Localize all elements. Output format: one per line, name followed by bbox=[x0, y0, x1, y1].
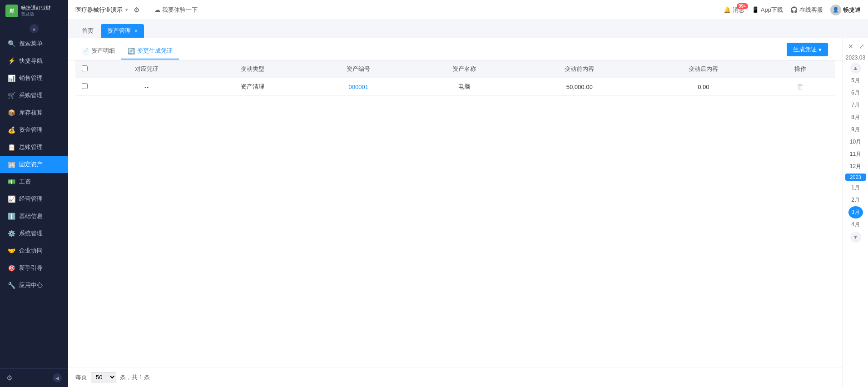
guide-icon: 🎯 bbox=[7, 264, 15, 272]
sidebar: 财 畅捷通好业财 普及版 ▲ 🔍 搜索菜单 ⚡ 快捷导航 📊 销售管理 🛒 采购… bbox=[0, 0, 68, 387]
right-panel: ✕ ⤢ 2023.03 ▲ 5月6月7月8月9月10月11月12月20231月2… bbox=[843, 38, 868, 387]
per-page-label: 每页 bbox=[75, 373, 87, 382]
month-item[interactable]: 11月 bbox=[845, 148, 866, 160]
delete-icon[interactable]: 🗑 bbox=[797, 83, 804, 90]
sidebar-item-operations[interactable]: 📈 经营管理 bbox=[0, 190, 68, 208]
logo-text: 畅捷通好业财 bbox=[21, 5, 51, 11]
select-all-cell bbox=[75, 60, 94, 78]
sidebar-item-purchase[interactable]: 🛒 采购管理 bbox=[0, 87, 68, 104]
collab-icon: 🤝 bbox=[7, 247, 15, 254]
sidebar-item-apps[interactable]: 🔧 应用中心 bbox=[0, 277, 68, 294]
month-item[interactable]: 4月 bbox=[845, 218, 866, 231]
apps-icon: 🔧 bbox=[7, 282, 15, 289]
company-selector[interactable]: 医疗器械行业演示 ▾ bbox=[75, 6, 128, 14]
sidebar-item-system[interactable]: ⚙️ 系统管理 bbox=[0, 225, 68, 242]
inventory-icon: 📦 bbox=[7, 109, 15, 116]
topbar-settings-icon[interactable]: ⚙ bbox=[134, 6, 139, 14]
quicknav-icon: ⚡ bbox=[7, 57, 15, 64]
month-item[interactable]: 8月 bbox=[845, 111, 866, 124]
topbar-right: 🔔 消息 99+ 📱 App下载 🎧 在线客服 👤 畅捷通 bbox=[724, 5, 861, 15]
col-before: 变动前内容 bbox=[517, 60, 641, 78]
company-dropdown-icon: ▾ bbox=[125, 7, 128, 13]
row-before: 50,000.00 bbox=[517, 78, 641, 96]
right-panel-header: ✕ ⤢ bbox=[843, 40, 868, 53]
month-item[interactable]: 6月 bbox=[845, 87, 866, 99]
row-asset-no: 000001 bbox=[306, 78, 412, 96]
panel-scroll-up[interactable]: ▲ bbox=[850, 63, 861, 74]
sales-icon: 📊 bbox=[7, 74, 15, 82]
month-item[interactable]: 9月 bbox=[845, 124, 866, 136]
detail-icon: 📄 bbox=[82, 48, 89, 55]
sidebar-item-search[interactable]: 🔍 搜索菜单 bbox=[0, 35, 68, 52]
logo-sub: 普及版 bbox=[21, 11, 51, 17]
col-asset-no: 资产编号 bbox=[306, 60, 412, 78]
settings-icon[interactable]: ⚙ bbox=[6, 374, 12, 382]
search-icon: 🔍 bbox=[7, 40, 15, 47]
table-header-row: 对应凭证 变动类型 资产编号 资产名称 变动前内容 变动后内容 操作 bbox=[75, 60, 835, 78]
sidebar-item-inventory[interactable]: 📦 库存核算 bbox=[0, 104, 68, 121]
month-item[interactable]: 2月 bbox=[845, 194, 866, 206]
tab-home[interactable]: 首页 bbox=[75, 24, 100, 38]
per-page-select[interactable]: 102050100 bbox=[91, 372, 116, 382]
table-row: -- 资产清理 000001 电脑 50,000.00 0.00 🗑 bbox=[75, 78, 835, 96]
user-menu[interactable]: 👤 畅捷通 bbox=[830, 5, 861, 15]
app-download-btn[interactable]: 📱 App下载 bbox=[752, 6, 783, 14]
total-label: 条，共 1 条 bbox=[120, 373, 150, 382]
logo-icon: 财 bbox=[5, 5, 18, 17]
month-item[interactable]: 3月 bbox=[848, 206, 863, 218]
content-main: 📄 资产明细 🔄 变更生成凭证 生成凭证 ▾ bbox=[68, 38, 843, 387]
sub-tab-generate-voucher[interactable]: 🔄 变更生成凭证 bbox=[121, 43, 179, 60]
month-item[interactable]: 7月 bbox=[845, 99, 866, 111]
headset-icon: 🎧 bbox=[790, 6, 798, 13]
sidebar-item-basics[interactable]: ℹ️ 基础信息 bbox=[0, 208, 68, 225]
row-checkbox-cell bbox=[75, 78, 94, 96]
row-after: 0.00 bbox=[641, 78, 765, 96]
generate-voucher-button[interactable]: 生成凭证 ▾ bbox=[787, 43, 828, 56]
experience-btn[interactable]: ☁ 我要体验一下 bbox=[154, 6, 198, 14]
sidebar-collapse-btn[interactable]: ◀ bbox=[53, 373, 62, 382]
basics-icon: ℹ️ bbox=[7, 213, 15, 220]
system-icon: ⚙️ bbox=[7, 230, 15, 237]
sub-tab-asset-detail[interactable]: 📄 资产明细 bbox=[75, 43, 121, 60]
month-item[interactable]: 5月 bbox=[845, 74, 866, 87]
month-item[interactable]: 1月 bbox=[845, 182, 866, 194]
sidebar-item-ledger[interactable]: 📋 总账管理 bbox=[0, 139, 68, 156]
sidebar-logo: 财 畅捷通好业财 普及版 bbox=[0, 0, 68, 22]
sidebar-item-collab[interactable]: 🤝 企业协同 bbox=[0, 242, 68, 259]
sidebar-scroll-up[interactable]: ▲ bbox=[30, 24, 39, 33]
row-asset-name: 电脑 bbox=[412, 78, 517, 96]
close-panel-icon[interactable]: ✕ bbox=[846, 42, 855, 51]
nav-tabs: 首页 资产管理 × bbox=[68, 20, 868, 38]
sidebar-item-funds[interactable]: 💰 资金管理 bbox=[0, 121, 68, 139]
sidebar-item-guide[interactable]: 🎯 新手引导 bbox=[0, 259, 68, 277]
year-label: 2023.03 bbox=[846, 55, 865, 61]
change-icon: 🔄 bbox=[128, 48, 135, 55]
customer-service-btn[interactable]: 🎧 在线客服 bbox=[790, 6, 823, 14]
select-all-checkbox[interactable] bbox=[82, 65, 88, 71]
col-asset-name: 资产名称 bbox=[412, 60, 517, 78]
funds-icon: 💰 bbox=[7, 126, 15, 134]
purchase-icon: 🛒 bbox=[7, 92, 15, 99]
sidebar-item-quicknav[interactable]: ⚡ 快捷导航 bbox=[0, 52, 68, 69]
tab-assets[interactable]: 资产管理 × bbox=[101, 24, 144, 38]
sidebar-footer: ⚙ ◀ bbox=[0, 368, 68, 387]
sidebar-item-sales[interactable]: 📊 销售管理 bbox=[0, 69, 68, 87]
expand-panel-icon[interactable]: ⤢ bbox=[857, 42, 866, 51]
month-item[interactable]: 10月 bbox=[845, 136, 866, 148]
cloud-icon: ☁ bbox=[154, 6, 160, 13]
tab-close-icon[interactable]: × bbox=[134, 28, 138, 34]
row-voucher: -- bbox=[94, 78, 199, 96]
panel-scroll-down[interactable]: ▼ bbox=[850, 232, 861, 243]
sidebar-item-payroll[interactable]: 💵 工资 bbox=[0, 173, 68, 190]
username: 畅捷通 bbox=[843, 6, 861, 14]
month-item[interactable]: 12月 bbox=[845, 160, 866, 173]
content-area: 📄 资产明细 🔄 变更生成凭证 生成凭证 ▾ bbox=[68, 38, 868, 387]
col-after: 变动后内容 bbox=[641, 60, 765, 78]
operations-icon: 📈 bbox=[7, 195, 15, 203]
row-checkbox[interactable] bbox=[82, 83, 88, 89]
row-change-type: 资产清理 bbox=[199, 78, 305, 96]
sidebar-item-assets[interactable]: 🏢 固定资产 bbox=[0, 156, 68, 173]
notifications-btn[interactable]: 🔔 消息 99+ bbox=[724, 6, 744, 14]
topbar: 医疗器械行业演示 ▾ ⚙ ☁ 我要体验一下 🔔 消息 99+ 📱 App下载 🎧… bbox=[68, 0, 868, 20]
year-badge: 2023 bbox=[845, 174, 866, 181]
